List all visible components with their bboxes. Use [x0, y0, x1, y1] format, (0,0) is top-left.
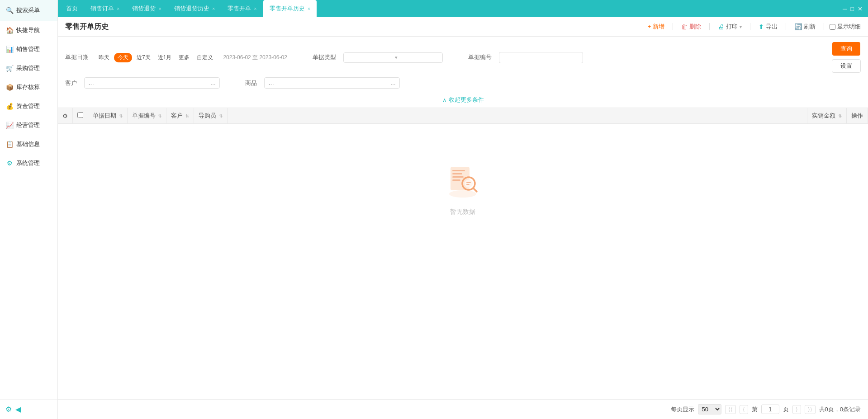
tab-sales-order[interactable]: 销售订单 × — [84, 0, 126, 17]
sort-icon-guide: ⇅ — [219, 113, 223, 118]
delete-icon: 🗑 — [681, 23, 688, 30]
svg-point-7 — [465, 179, 473, 188]
page-prefix-label: 第 — [752, 405, 758, 414]
table-area: ⚙ 单据日期 ⇅ 单据编号 ⇅ 客户 ⇅ — [58, 108, 868, 399]
select-all-checkbox[interactable] — [77, 112, 83, 118]
th-action: 操作 — [847, 108, 868, 124]
next-page-btn[interactable]: ⟩ — [792, 405, 801, 414]
filter-settings-button[interactable]: 设置 — [832, 59, 861, 73]
add-button[interactable]: + 新增 — [645, 21, 667, 33]
th-bill-no-label: 单据编号 — [132, 112, 156, 119]
th-customer[interactable]: 客户 ⇅ — [166, 108, 194, 124]
empty-illustration — [442, 160, 483, 201]
export-icon: ⬆ — [759, 23, 764, 30]
tab-sales-return-history-label: 销货退货历史 — [174, 5, 209, 13]
divider-1 — [673, 23, 673, 30]
display-detail-checkbox[interactable] — [830, 24, 835, 30]
print-button[interactable]: 🖨 打印 ▾ — [715, 21, 745, 33]
svg-rect-9 — [466, 182, 471, 183]
sidebar-settings-btn[interactable]: ⚙ — [5, 405, 12, 414]
tab-sales-return-close[interactable]: × — [158, 6, 161, 11]
sidebar-collapse-btn[interactable]: ◀ — [15, 405, 21, 414]
display-detail-toggle[interactable]: 显示明细 — [830, 23, 861, 31]
page-input[interactable] — [761, 405, 779, 414]
date-btn-custom[interactable]: 自定义 — [194, 53, 216, 62]
tab-sales-return-history[interactable]: 销货退货历史 × — [168, 0, 221, 17]
window-minimize-btn[interactable]: ─ — [843, 5, 847, 12]
th-checkbox[interactable] — [73, 108, 88, 124]
th-bill-no[interactable]: 单据编号 ⇅ — [127, 108, 166, 124]
display-detail-label: 显示明细 — [837, 23, 861, 31]
tab-bar-controls: ─ □ ✕ — [843, 5, 866, 12]
tab-home-label: 首页 — [66, 5, 78, 13]
customer-ellipsis[interactable]: … — [210, 80, 216, 86]
sort-icon-date: ⇅ — [119, 113, 123, 118]
sidebar: 🔍 搜索采单 🏠 快捷导航 📊 销售管理 🛒 采购管理 📦 库存核算 💰 资金管… — [0, 0, 58, 419]
empty-state: 暂无数据 — [58, 124, 868, 252]
sidebar-item-quick-nav[interactable]: 🏠 快捷导航 — [0, 21, 57, 40]
date-btn-today[interactable]: 今天 — [114, 53, 132, 62]
data-table: ⚙ 单据日期 ⇅ 单据编号 ⇅ 客户 ⇅ — [58, 108, 868, 252]
th-amount[interactable]: 实销金额 ⇅ — [807, 108, 847, 124]
sidebar-item-sys-mgmt[interactable]: ⚙ 系统管理 — [0, 154, 57, 173]
tab-retail-open[interactable]: 零售开单 × — [221, 0, 263, 17]
sidebar-item-label: 基础信息 — [16, 140, 40, 148]
customer-input[interactable] — [88, 80, 210, 86]
box-icon: 📦 — [5, 84, 14, 91]
sidebar-item-finance[interactable]: 💰 资金管理 — [0, 97, 57, 116]
sidebar-item-purchase-mgmt[interactable]: 🛒 采购管理 — [0, 59, 57, 78]
tab-retail-open-history-close[interactable]: × — [308, 6, 310, 11]
th-action-label: 操作 — [851, 112, 863, 119]
th-guide[interactable]: 导购员 ⇅ — [194, 108, 227, 124]
th-settings[interactable]: ⚙ — [58, 108, 73, 124]
tab-sales-order-close[interactable]: × — [117, 6, 119, 11]
date-btn-last1m[interactable]: 近1月 — [155, 53, 175, 62]
sidebar-item-base-info[interactable]: 📋 基础信息 — [0, 135, 57, 154]
goods-input[interactable] — [268, 80, 390, 86]
window-close-btn[interactable]: ✕ — [858, 5, 863, 12]
gear-icon: ⚙ — [5, 160, 14, 167]
sidebar-item-operations[interactable]: 📈 经营管理 — [0, 116, 57, 135]
sort-icon-customer: ⇅ — [185, 113, 189, 118]
date-btn-more[interactable]: 更多 — [176, 53, 192, 62]
refresh-button[interactable]: 🔄 刷新 — [792, 21, 818, 33]
goods-input-wrapper: … — [264, 77, 400, 89]
query-button[interactable]: 查询 — [832, 42, 860, 56]
sidebar-item-label: 快捷导航 — [16, 26, 40, 34]
export-button[interactable]: ⬆ 导出 — [756, 21, 780, 33]
tab-sales-return[interactable]: 销货退货 × — [126, 0, 167, 17]
bill-no-input[interactable] — [503, 54, 579, 61]
tab-home[interactable]: 首页 — [60, 0, 84, 17]
prev-page-btn[interactable]: ⟨ — [740, 405, 748, 414]
settings-col-icon[interactable]: ⚙ — [62, 113, 68, 119]
delete-button[interactable]: 🗑 删除 — [678, 21, 704, 33]
svg-point-0 — [449, 190, 476, 198]
money-icon: 💰 — [5, 103, 14, 110]
th-guide-label: 导购员 — [199, 112, 216, 119]
goods-ellipsis[interactable]: … — [390, 80, 396, 86]
th-amount-label: 实销金额 — [812, 112, 835, 119]
window-maximize-btn[interactable]: □ — [850, 5, 854, 12]
sidebar-item-inventory[interactable]: 📦 库存核算 — [0, 78, 57, 97]
svg-rect-2 — [452, 170, 465, 171]
date-btn-yesterday[interactable]: 昨天 — [96, 53, 112, 62]
per-page-select[interactable]: 10 20 50 100 — [698, 404, 721, 414]
sidebar-item-sales-mgmt[interactable]: 📊 销售管理 — [0, 40, 57, 59]
th-date[interactable]: 单据日期 ⇅ — [88, 108, 128, 124]
doc-icon: 📋 — [5, 141, 14, 148]
table-body: 暂无数据 — [58, 124, 868, 253]
tab-bar: 首页 销售订单 × 销货退货 × 销货退货历史 × 零售开单 × 零售开单历史 … — [58, 0, 868, 17]
filter-collapse-btn[interactable]: ∧ 收起更多条件 — [65, 93, 861, 108]
table-header: ⚙ 单据日期 ⇅ 单据编号 ⇅ 客户 ⇅ — [58, 108, 868, 124]
date-btn-last7[interactable]: 近7天 — [134, 53, 153, 62]
tab-sales-return-history-close[interactable]: × — [212, 6, 215, 11]
print-chevron[interactable]: ▾ — [740, 24, 742, 29]
bill-type-select[interactable]: ▾ — [343, 52, 443, 63]
tab-retail-open-history[interactable]: 零售开单历史 × — [263, 0, 317, 17]
sidebar-search[interactable]: 🔍 搜索采单 — [0, 0, 57, 21]
tab-retail-open-close[interactable]: × — [254, 6, 256, 11]
first-page-btn[interactable]: ⟨⟨ — [725, 405, 736, 414]
divider-2 — [709, 23, 710, 30]
last-page-btn[interactable]: ⟩⟩ — [805, 405, 816, 414]
filter-area: 单据日期 昨天 今天 近7天 近1月 更多 自定义 2023-06-02 至 2… — [58, 37, 868, 108]
